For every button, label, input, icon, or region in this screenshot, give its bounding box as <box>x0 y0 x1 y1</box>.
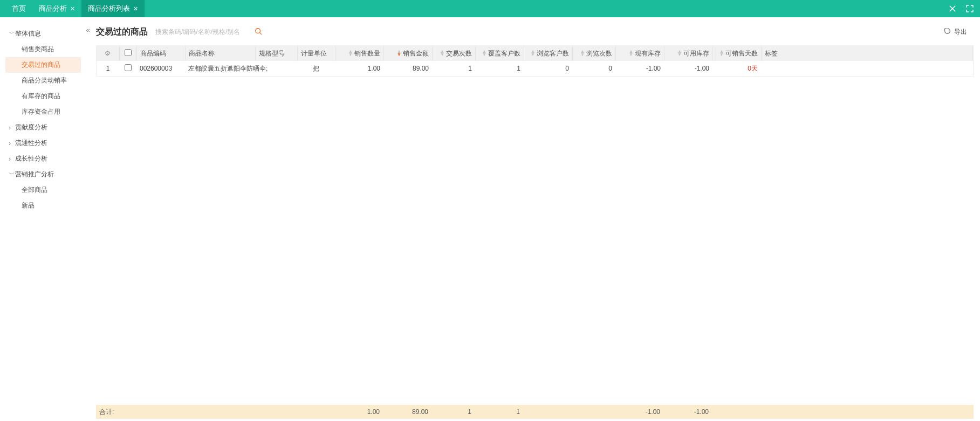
totals-views <box>572 405 615 419</box>
column-tags[interactable]: 标签 <box>761 46 973 61</box>
sidebar: ﹀ 整体信息 销售类商品 交易过的商品 商品分类动销率 有库存的商品 库存资金占… <box>5 17 81 421</box>
row-checkbox[interactable] <box>125 64 132 71</box>
cell-viewers[interactable]: 0 <box>524 61 572 76</box>
chevron-down-icon: ﹀ <box>9 170 15 179</box>
gear-icon: ⚙ <box>105 50 111 57</box>
sidebar-group-label: 贡献度分析 <box>15 123 47 132</box>
collapse-sidebar-icon[interactable]: « <box>83 25 93 34</box>
sidebar-group-overall[interactable]: ﹀ 整体信息 <box>5 26 81 42</box>
cell-code: 002600003 <box>136 61 185 76</box>
chevron-right-icon: › <box>9 155 15 163</box>
cell-stock-avail: -1.00 <box>664 61 712 76</box>
sidebar-group-label: 成长性分析 <box>15 154 47 163</box>
sidebar-group-marketing[interactable]: ﹀ 营销推广分析 <box>5 167 81 182</box>
data-table: ⚙ 商品编码 商品名称 规格型号 计量单位 ▲▼销售数量 ▲▼销售金额 ▲▼交易… <box>96 45 974 77</box>
search-icon[interactable] <box>255 27 262 37</box>
column-code[interactable]: 商品编码 <box>136 46 185 61</box>
tab-label: 商品分析列表 <box>88 4 130 13</box>
chevron-right-icon: › <box>9 124 15 132</box>
column-select-all[interactable] <box>119 46 136 61</box>
cell-days: 0天 <box>712 61 761 76</box>
totals-qty: 1.00 <box>334 405 383 419</box>
sidebar-item-all-goods[interactable]: 全部商品 <box>5 182 81 198</box>
column-qty[interactable]: ▲▼销售数量 <box>335 46 383 61</box>
cell-qty: 1.00 <box>335 61 383 76</box>
cell-name: 左都皎囊五折遮阳伞防晒伞; <box>185 61 255 76</box>
cell-unit: 把 <box>297 61 335 76</box>
column-stock-now[interactable]: ▲▼现有库存 <box>615 46 664 61</box>
totals-label: 合计: <box>96 405 136 419</box>
totals-row: 合计: 1.00 89.00 1 1 -1.00 -1.00 <box>96 405 974 419</box>
cell-stock-now: -1.00 <box>615 61 664 76</box>
row-index: 1 <box>97 61 119 76</box>
export-icon <box>944 27 951 36</box>
sidebar-group-label: 整体信息 <box>15 29 41 38</box>
sidebar-item-traded-goods[interactable]: 交易过的商品 <box>5 57 81 73</box>
sidebar-item-new-goods[interactable]: 新品 <box>5 198 81 213</box>
totals-cover: 1 <box>475 405 523 419</box>
tab-product-analysis[interactable]: 商品分析 ✕ <box>32 0 81 17</box>
svg-point-0 <box>256 28 261 33</box>
sidebar-item-sales-goods[interactable]: 销售类商品 <box>5 42 81 57</box>
sidebar-group-label: 营销推广分析 <box>15 170 54 179</box>
sidebar-group-label: 流通性分析 <box>15 139 47 148</box>
cell-views: 0 <box>572 61 615 76</box>
sidebar-item-category-rate[interactable]: 商品分类动销率 <box>5 73 81 88</box>
fullscreen-icon[interactable] <box>964 3 976 15</box>
sidebar-item-stock-capital[interactable]: 库存资金占用 <box>5 104 81 120</box>
sidebar-group-liquidity[interactable]: › 流通性分析 <box>5 135 81 151</box>
close-icon[interactable]: ✕ <box>70 5 75 12</box>
totals-deals: 1 <box>431 405 475 419</box>
table-row[interactable]: 1 002600003 左都皎囊五折遮阳伞防晒伞; 把 1.00 89.00 1… <box>97 61 973 76</box>
totals-viewers <box>523 405 572 419</box>
column-name[interactable]: 商品名称 <box>185 46 255 61</box>
column-spec[interactable]: 规格型号 <box>255 46 297 61</box>
select-all-checkbox[interactable] <box>125 49 132 56</box>
sidebar-group-contribution[interactable]: › 贡献度分析 <box>5 120 81 135</box>
tab-product-analysis-list[interactable]: 商品分析列表 ✕ <box>81 0 145 17</box>
search-input[interactable] <box>155 25 252 38</box>
column-cover[interactable]: ▲▼覆盖客户数 <box>475 46 524 61</box>
totals-amount: 89.00 <box>383 405 431 419</box>
top-tab-bar: 首页 商品分析 ✕ 商品分析列表 ✕ <box>0 0 980 17</box>
column-days[interactable]: ▲▼可销售天数 <box>712 46 761 61</box>
close-panel-icon[interactable] <box>947 3 958 15</box>
totals-stock-avail: -1.00 <box>663 405 712 419</box>
tab-label: 商品分析 <box>39 4 67 13</box>
sidebar-group-growth[interactable]: › 成长性分析 <box>5 151 81 167</box>
column-stock-avail[interactable]: ▲▼可用库存 <box>664 46 712 61</box>
tab-home[interactable]: 首页 <box>5 0 32 17</box>
chevron-right-icon: › <box>9 140 15 147</box>
cell-deals: 1 <box>432 61 475 76</box>
column-deals[interactable]: ▲▼交易次数 <box>432 46 475 61</box>
column-unit[interactable]: 计量单位 <box>297 46 335 61</box>
sidebar-item-in-stock[interactable]: 有库存的商品 <box>5 88 81 104</box>
export-label: 导出 <box>954 27 967 37</box>
column-viewers[interactable]: ▲▼浏览客户数 <box>524 46 572 61</box>
column-views[interactable]: ▲▼浏览次数 <box>572 46 615 61</box>
cell-amount: 89.00 <box>383 61 432 76</box>
chevron-down-icon: ﹀ <box>9 29 15 38</box>
column-amount[interactable]: ▲▼销售金额 <box>383 46 432 61</box>
cell-tags <box>761 61 973 76</box>
tab-label: 首页 <box>12 4 26 13</box>
totals-stock-now: -1.00 <box>615 405 663 419</box>
export-button[interactable]: 导出 <box>944 27 980 37</box>
page-title: 交易过的商品 <box>96 26 148 38</box>
column-settings[interactable]: ⚙ <box>97 46 119 61</box>
cell-cover: 1 <box>475 61 524 76</box>
close-icon[interactable]: ✕ <box>133 5 138 12</box>
